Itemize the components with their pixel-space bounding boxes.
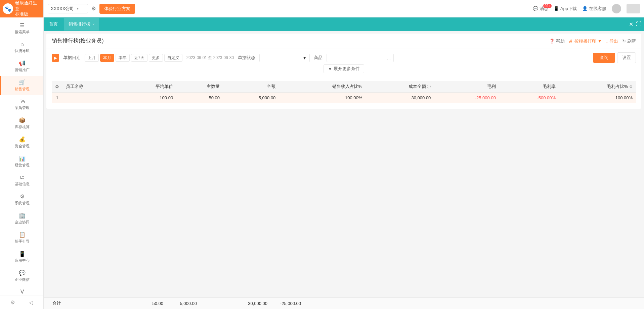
export-button[interactable]: ↓ 导出 <box>606 38 618 44</box>
sidebar-item-label-operation: 经营管理 <box>15 163 30 168</box>
tab-close-window-icon[interactable]: ✕ <box>629 21 633 28</box>
sidebar-item-label-inventory: 库存核算 <box>15 124 30 130</box>
expand-icon: ▼ <box>328 66 332 71</box>
tab-close-icon[interactable]: × <box>92 22 94 26</box>
query-button[interactable]: 查询 <box>593 53 615 63</box>
status-filter-label: 单据状态 <box>238 55 255 61</box>
date-filter-label: 单据日期 <box>63 55 81 61</box>
help-button[interactable]: ❓ 帮助 <box>549 38 565 44</box>
app-label: App下载 <box>560 6 577 12</box>
sidebar-item-search[interactable]: ☰ 搜索菜单 <box>0 19 43 38</box>
sidebar-item-basic[interactable]: 🗂 基础信息 <box>0 171 43 190</box>
sidebar-item-enterprise[interactable]: 🏢 企业协同 <box>0 209 43 228</box>
filter-expand-arrow[interactable]: ▶ <box>52 54 59 62</box>
sidebar-item-label-basic: 基础信息 <box>15 182 30 187</box>
finance-icon: 💰 <box>19 136 26 143</box>
sidebar-item-guide[interactable]: 📋 新手引导 <box>0 228 43 247</box>
goods-input[interactable]: ... <box>327 54 394 62</box>
tab-sales-ranking[interactable]: 销售排行榜 × <box>64 18 99 31</box>
col-gross-header: 毛利 <box>434 81 499 93</box>
date-buttons: 上月 本月 本年 近7天 更多 自定义 <box>85 54 182 62</box>
tab-home[interactable]: 首页 <box>44 18 63 31</box>
footer-total-label: 合计 <box>52 300 113 306</box>
sidebar-item-label-finance: 资金管理 <box>15 144 30 149</box>
footer-cells: 合计 50.00 5,000.00 30,000.00 -25,000.00 <box>52 300 635 306</box>
goods-more-icon[interactable]: ... <box>387 55 391 60</box>
service-icon: 👤 <box>582 6 588 11</box>
print-button[interactable]: 🖨 按模板打印 ▼ <box>569 38 602 44</box>
page-header: 销售排行榜(按业务员) ❓ 帮助 🖨 按模板打印 ▼ ↓ 导出 <box>46 34 641 49</box>
expand-conditions-btn[interactable]: ▼ 展开更多条件 <box>324 64 364 73</box>
trial-button[interactable]: 体验行业方案 <box>99 4 135 14</box>
date-custom-btn[interactable]: 自定义 <box>164 54 182 62</box>
cost-info-icon[interactable]: ⓘ <box>427 85 431 89</box>
date-7days-btn[interactable]: 近7天 <box>131 54 147 62</box>
sidebar-item-shortcut[interactable]: ⌂ 快捷导航 <box>0 38 43 57</box>
marketing-icon: 📢 <box>19 60 26 66</box>
sidebar-item-member[interactable]: V 畅会员 <box>0 286 43 296</box>
date-prev-month-btn[interactable]: 上月 <box>85 54 99 62</box>
col-settings-header[interactable]: ⚙ <box>52 81 62 93</box>
col-employee-header: 员工名称 <box>62 81 120 93</box>
search-icon: ☰ <box>20 22 25 29</box>
cell-gross-rate: -500.00% <box>499 93 559 103</box>
refresh-button[interactable]: ↻ 刷新 <box>622 38 636 44</box>
status-chevron-icon: ▼ <box>302 55 307 60</box>
date-curr-month-btn[interactable]: 本月 <box>100 54 114 62</box>
col-gross-pct-header: 毛利占比% ⚙ <box>559 81 636 93</box>
member-icon: V <box>20 289 24 295</box>
basic-icon: 🗂 <box>19 174 25 181</box>
footer-amount: 5,000.00 <box>167 301 200 306</box>
status-select[interactable]: ▼ <box>259 54 310 62</box>
company-chevron-icon: ▼ <box>76 7 79 10</box>
date-range-display: 2023-06-01 至 2023-06-30 <box>186 55 234 61</box>
app-icon: 📱 <box>554 6 559 11</box>
user-avatar[interactable] <box>612 4 621 13</box>
company-selector[interactable]: XXXXX公司 ▼ <box>48 4 88 13</box>
sidebar-item-label-search: 搜索菜单 <box>15 30 30 35</box>
sidebar-logo: 🐾 畅康通好生意 标准版 <box>0 0 43 17</box>
sidebar-item-wechat[interactable]: 💬 企业微信 <box>0 266 43 286</box>
sidebar-item-inventory[interactable]: 📦 库存核算 <box>0 114 43 133</box>
gross-pct-info-icon[interactable]: ⚙ <box>629 85 633 89</box>
sidebar-item-system[interactable]: ⚙ 系统管理 <box>0 190 43 209</box>
filter-action-buttons: 查询 设置 <box>593 52 636 63</box>
topbar-online-service[interactable]: 👤 在线客服 <box>582 6 606 12</box>
page-content: 销售排行榜(按业务员) ❓ 帮助 🖨 按模板打印 ▼ ↓ 导出 <box>44 31 644 297</box>
footer-gross: -25,000.00 <box>271 301 304 306</box>
refresh-icon: ↻ <box>622 39 626 44</box>
topbar-app-download[interactable]: 📱 App下载 <box>554 6 577 12</box>
expand-row: ▼ 展开更多条件 <box>52 63 636 74</box>
footer-qty: 50.00 <box>140 301 167 306</box>
sidebar: 🐾 畅康通好生意 标准版 ☰ 搜索菜单 ⌂ 快捷导航 📢 营销推广 🛒 销售管理… <box>0 0 44 309</box>
message-badge: 99+ <box>543 4 552 8</box>
cell-rank: 1 <box>52 93 62 103</box>
sidebar-item-label-system: 系统管理 <box>15 201 30 206</box>
table-footer: 合计 50.00 5,000.00 30,000.00 -25,000.00 <box>44 297 644 309</box>
tab-restore-icon[interactable]: ⛶ <box>636 21 641 27</box>
topbar-settings-icon[interactable]: ⚙ <box>91 5 96 12</box>
service-label: 在线客服 <box>589 6 606 12</box>
col-sales-pct-header: 销售收入占比% <box>279 81 366 93</box>
sidebar-collapse-btn[interactable]: ◁ <box>29 299 33 306</box>
sidebar-item-marketing[interactable]: 📢 营销推广 <box>0 57 43 76</box>
date-this-year-btn[interactable]: 本年 <box>116 54 130 62</box>
sidebar-item-operation[interactable]: 📊 经营管理 <box>0 152 43 171</box>
settings-button[interactable]: 设置 <box>617 52 636 63</box>
sidebar-item-appstore[interactable]: 📱 应用中心 <box>0 247 43 266</box>
filter-area: ▶ 单据日期 上月 本月 本年 近7天 更多 自定义 2023-06-01 至 … <box>46 49 641 78</box>
logo-text: 畅康通好生意 标准版 <box>15 0 41 17</box>
col-qty-header: 主数量 <box>176 81 223 93</box>
cell-employee <box>62 93 120 103</box>
help-icon: ❓ <box>549 39 555 44</box>
topbar-message[interactable]: 💬 消息 99+ <box>533 6 548 12</box>
date-more-btn[interactable]: 更多 <box>149 54 163 62</box>
cell-gross: -25,000.00 <box>434 93 499 103</box>
topbar-right: 💬 消息 99+ 📱 App下载 👤 在线客服 <box>533 4 640 13</box>
sidebar-settings-btn[interactable]: ⚙ <box>10 299 15 306</box>
sidebar-footer: ⚙ ◁ <box>0 296 43 309</box>
sidebar-item-purchase[interactable]: 🛍 采购管理 <box>0 95 43 114</box>
sidebar-item-finance[interactable]: 💰 资金管理 <box>0 133 43 152</box>
page-title: 销售排行榜(按业务员) <box>52 38 104 45</box>
sidebar-item-sales[interactable]: 🛒 销售管理 <box>0 76 43 95</box>
